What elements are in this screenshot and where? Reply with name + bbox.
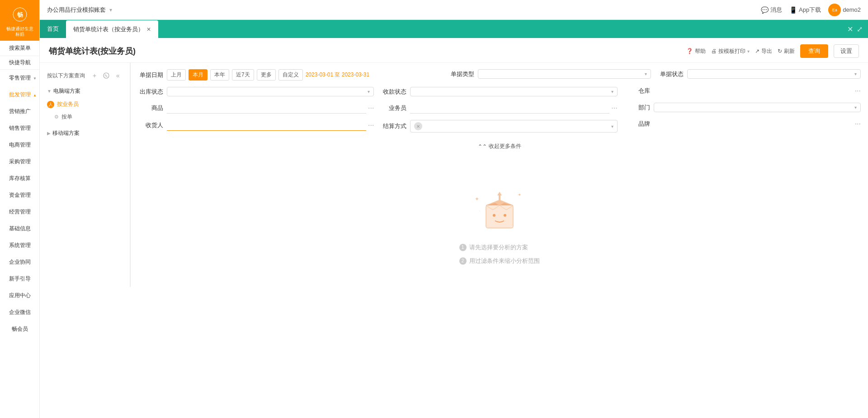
- sidebar-item-base-info-label: 基础信息: [9, 225, 31, 232]
- department-select[interactable]: ▾: [654, 103, 861, 112]
- warehouse-dots[interactable]: ···: [855, 87, 861, 95]
- sidebar-item-ecommerce[interactable]: 电商管理: [0, 137, 39, 153]
- salesman-input[interactable]: [410, 103, 609, 114]
- filter-form-wrapper: 单据日期 上月 本月 本年 近7天 更多 自定义 2023-03-01 至 20…: [131, 63, 868, 287]
- topbar: 办公用品行业模拟账套 ▾ 💬 消息 📱 App下载 Ea demo2: [40, 0, 868, 20]
- svg-text:✦: ✦: [475, 196, 479, 202]
- refresh-button[interactable]: ↻ 刷新: [778, 48, 795, 55]
- sidebar-item-guide[interactable]: 新手引导: [0, 271, 39, 287]
- sidebar-quick-nav[interactable]: 快捷导航: [0, 56, 39, 70]
- sidebar-item-base-info[interactable]: 基础信息: [0, 220, 39, 237]
- date-btn-more[interactable]: 更多: [257, 69, 276, 81]
- filter-field-department: 部门 ▾: [625, 103, 861, 112]
- consignee-label: 收货人: [138, 121, 163, 129]
- tab-sales-stat[interactable]: 销货单统计表（按业务员） ✕: [66, 20, 158, 38]
- topbar-user[interactable]: Ea demo2: [828, 4, 861, 16]
- doc-status-select[interactable]: ▾: [687, 69, 861, 79]
- sidebar-item-operation-label: 经营管理: [9, 209, 31, 215]
- mobile-scheme-title[interactable]: ▶ 移动端方案: [40, 127, 130, 140]
- svg-rect-4: [486, 205, 513, 228]
- main-area: 办公用品行业模拟账套 ▾ 💬 消息 📱 App下载 Ea demo2 首页: [40, 0, 868, 418]
- tabbar: 首页 销货单统计表（按业务员） ✕ ✕ ⤢: [40, 20, 868, 38]
- mobile-scheme-arrow: ▶: [47, 131, 51, 136]
- collapse-more-button[interactable]: ⌃⌃ 收起更多条件: [138, 139, 861, 154]
- goods-dots[interactable]: ···: [368, 104, 374, 112]
- department-label: 部门: [625, 104, 650, 112]
- empty-icon: ✦ ✦ ·: [472, 187, 527, 233]
- collapse-arrow-icon: ⌃⌃: [478, 143, 487, 150]
- pc-scheme-title[interactable]: ▼ 电脑端方案: [40, 85, 130, 98]
- date-btn-custom[interactable]: 自定义: [278, 69, 303, 81]
- edit-scheme-icon[interactable]: ✎: [102, 71, 111, 80]
- sidebar-item-inventory[interactable]: 库存核算: [0, 170, 39, 187]
- tab-close-icon[interactable]: ✕: [146, 26, 151, 33]
- out-status-select[interactable]: ▾: [167, 87, 374, 96]
- sidebar-item-guide-label: 新手引导: [9, 276, 31, 282]
- filter-row-2: 出库状态 ▾ 收款状态 ▾: [138, 87, 861, 96]
- scheme-item-salesman[interactable]: 人 按业务员: [40, 98, 130, 111]
- tabbar-actions: ✕ ⤢: [847, 25, 868, 33]
- consignee-input[interactable]: [167, 120, 366, 131]
- settings-button[interactable]: 设置: [834, 44, 859, 58]
- sidebar-item-purchase[interactable]: 采购管理: [0, 153, 39, 170]
- svg-text:✎: ✎: [104, 74, 108, 78]
- refresh-icon: ↻: [778, 48, 782, 54]
- filter-field-doc-status: 单据状态 ▾: [658, 69, 861, 79]
- topbar-left: 办公用品行业模拟账套 ▾: [47, 6, 112, 14]
- sidebar-item-sales[interactable]: 销售管理: [0, 120, 39, 137]
- tab-home[interactable]: 首页: [40, 20, 66, 38]
- date-btn-this-month[interactable]: 本月: [189, 69, 208, 81]
- filter-sidebar: 按以下方案查询 + ✎ «: [40, 63, 130, 287]
- brand-dots[interactable]: ···: [855, 120, 861, 128]
- sidebar-item-sales-label: 销售管理: [9, 125, 31, 131]
- help-button[interactable]: ❓ 帮助: [686, 48, 706, 55]
- collapse-sidebar-icon[interactable]: «: [113, 71, 123, 80]
- salesman-dots[interactable]: ···: [611, 104, 617, 112]
- topbar-title: 办公用品行业模拟账套: [47, 6, 106, 14]
- tab-close-window-icon[interactable]: ✕: [847, 25, 853, 33]
- help-icon: ❓: [686, 48, 693, 54]
- scheme-item-by-doc[interactable]: ⚙ 按单: [40, 111, 130, 123]
- sidebar-item-operation[interactable]: 经营管理: [0, 204, 39, 220]
- empty-state: ✦ ✦ · 1 请先选择要分析的方案: [131, 160, 868, 287]
- date-btn-this-year[interactable]: 本年: [210, 69, 229, 81]
- topbar-message[interactable]: 💬 消息: [761, 6, 782, 14]
- date-btn-7days[interactable]: 近7天: [232, 69, 254, 81]
- sidebar-item-app-center[interactable]: 应用中心: [0, 287, 39, 304]
- goods-input[interactable]: [167, 103, 366, 114]
- sidebar-item-finance[interactable]: 资金管理: [0, 187, 39, 204]
- page: 销货单统计表(按业务员) ❓ 帮助 🖨 按模板打印 ▾ ↗ 导出: [40, 38, 868, 418]
- mobile-scheme-section: ▶ 移动端方案: [40, 125, 130, 142]
- sidebar-item-system[interactable]: 系统管理: [0, 237, 39, 254]
- payment-clear-button[interactable]: ✕: [414, 122, 422, 130]
- sidebar-search-item[interactable]: 搜索菜单: [0, 41, 39, 56]
- date-btn-last-month[interactable]: 上月: [167, 69, 186, 81]
- topbar-dropdown-icon[interactable]: ▾: [109, 7, 112, 13]
- tab-maximize-icon[interactable]: ⤢: [857, 25, 863, 33]
- sidebar-item-corp-collab[interactable]: 企业协同: [0, 254, 39, 271]
- print-dropdown-icon: ▾: [747, 49, 750, 54]
- receipt-status-arrow: ▾: [611, 89, 613, 94]
- empty-num-2: 2: [459, 257, 467, 265]
- sidebar-item-wechat[interactable]: 企业微信: [0, 304, 39, 321]
- sidebar-item-wholesale[interactable]: 批发管理: [0, 86, 39, 103]
- doc-type-select[interactable]: ▾: [478, 69, 651, 79]
- sidebar-item-app-center-label: 应用中心: [9, 292, 31, 299]
- svg-point-6: [504, 214, 506, 217]
- sidebar-item-retail[interactable]: 零售管理: [0, 70, 39, 86]
- out-status-arrow: ▾: [368, 89, 370, 94]
- sidebar-item-vip[interactable]: 畅会员: [0, 321, 39, 337]
- export-button[interactable]: ↗ 导出: [755, 48, 772, 55]
- consignee-dots[interactable]: ···: [368, 121, 374, 129]
- receipt-status-label: 收款状态: [381, 88, 406, 96]
- salesman-input-wrap: ···: [410, 103, 617, 114]
- svg-text:·: ·: [479, 209, 480, 213]
- add-scheme-icon[interactable]: +: [90, 71, 99, 80]
- print-button[interactable]: 🖨 按模板打印 ▾: [711, 48, 750, 55]
- sidebar-logo[interactable]: 畅 畅捷通好生意 标赔: [0, 0, 39, 41]
- receipt-status-select[interactable]: ▾: [410, 87, 617, 96]
- sidebar-item-marketing[interactable]: 营销推广: [0, 103, 39, 120]
- query-button[interactable]: 查询: [800, 44, 828, 58]
- topbar-app-download[interactable]: 📱 App下载: [789, 6, 821, 14]
- payment-select[interactable]: ✕ ▾: [410, 120, 617, 133]
